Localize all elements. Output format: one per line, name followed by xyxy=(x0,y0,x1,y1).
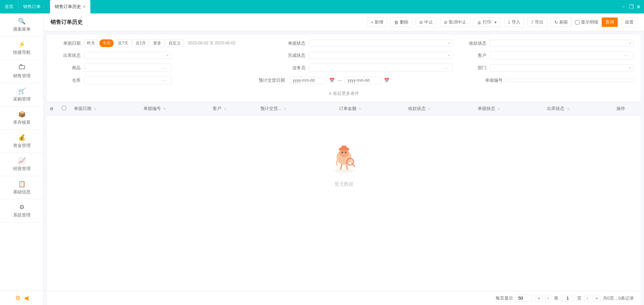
delivery-date-from[interactable] xyxy=(290,77,327,84)
customer-dots[interactable]: ··· xyxy=(622,53,631,58)
complete-status-label: 完成状态 xyxy=(278,52,309,59)
date-filter-value: 昨天 今天 近7天 近1月 更多 自定义 2023-06-02 至 2023-0… xyxy=(84,39,272,47)
collapse-bar[interactable]: ∧ 收起更多条件 xyxy=(54,88,634,97)
delete-button[interactable]: 🗑 删除 xyxy=(390,17,412,27)
query-button[interactable]: 查询 xyxy=(602,17,618,27)
sidebar-item-operations[interactable]: 📈 经营管理 xyxy=(0,153,43,176)
page-size-select[interactable]: 10 20 50 100 xyxy=(516,295,532,302)
table-container: ⚙ 单据日期 ⇅ 单据编号 ⇅ xyxy=(47,102,641,291)
date-btn-custom[interactable]: 自定义 xyxy=(166,39,184,47)
out-status-select[interactable]: ▾ xyxy=(84,52,171,59)
sidebar-item-basic-info[interactable]: 📋 基础信息 xyxy=(0,176,43,199)
export-button[interactable]: ⤴ 导出 xyxy=(527,17,547,27)
display-cols-toggle[interactable]: 显示明细 xyxy=(575,19,598,25)
display-cols-checkbox[interactable] xyxy=(575,20,579,25)
payment-status-arrow-icon: ▾ xyxy=(629,41,631,45)
complete-status-select[interactable]: ▾ xyxy=(309,52,453,59)
page-last-button[interactable]: » xyxy=(593,295,600,302)
import-button[interactable]: ⤵ 导入 xyxy=(504,17,524,27)
suspend-icon: ⊘ xyxy=(419,20,423,25)
th-check[interactable] xyxy=(59,102,71,115)
payment-status-select[interactable]: ▾ xyxy=(490,40,634,47)
sidebar-item-quick-nav[interactable]: ⚡ 快捷导航 xyxy=(0,37,43,60)
cancel-suspend-button[interactable]: ⊘ 取消中止 xyxy=(440,17,470,27)
suspend-button[interactable]: ⊘ 中止 xyxy=(416,17,437,27)
page-number-input[interactable] xyxy=(561,295,574,302)
refresh-label: 刷新 xyxy=(559,19,568,25)
th-out-status[interactable]: 出库状态 ⇅ xyxy=(544,102,614,115)
tab-sales-order-history-close[interactable]: × xyxy=(83,4,85,9)
delivery-date-to[interactable] xyxy=(344,77,381,84)
print-icon: 🖨 xyxy=(477,20,481,25)
tab-sales-order-history[interactable]: 销售订单历史 × xyxy=(50,0,90,13)
page-first-button[interactable]: « xyxy=(535,295,542,302)
date-btn-yesterday[interactable]: 昨天 xyxy=(84,39,98,47)
pagination-bar: 每页显示 10 20 50 100 « ‹ 第 页 › » 共0页，0条记录 xyxy=(47,291,641,305)
date-btn-7days[interactable]: 近7天 xyxy=(115,39,131,47)
print-arrow-icon: ▼ xyxy=(494,21,497,24)
svg-rect-5 xyxy=(341,146,347,150)
delivery-date-from-cal-icon[interactable]: 📅 xyxy=(329,78,335,83)
sort-out-icon: ⇅ xyxy=(567,107,569,111)
sidebar-item-search-menu[interactable]: 🔍 搜索菜单 xyxy=(0,13,43,37)
refresh-icon: ↻ xyxy=(554,20,558,25)
print-button[interactable]: 🖨 打印 ▼ xyxy=(473,17,501,27)
select-all-checkbox[interactable] xyxy=(62,106,66,110)
th-gear[interactable]: ⚙ xyxy=(47,102,59,115)
tab-sales-order[interactable]: 销售订单 × xyxy=(18,0,50,13)
th-delivery[interactable]: 预计交货... ⇅ xyxy=(258,102,336,115)
page-next-button[interactable]: › xyxy=(584,295,590,302)
sidebar-item-operations-label: 经营管理 xyxy=(13,166,31,172)
th-payment-status[interactable]: 收款状态 ⇅ xyxy=(405,102,475,115)
sidebar-item-inventory[interactable]: 📦 库存核算 xyxy=(0,107,43,130)
th-amount[interactable]: 订单金额 ⇅ xyxy=(336,102,406,115)
page-label-prefix: 第 xyxy=(554,295,558,301)
window-restore-icon[interactable]: ❐ xyxy=(629,4,634,10)
empty-state: 暂无数据 xyxy=(47,115,641,214)
sort-no-icon: ⇅ xyxy=(163,107,166,111)
date-btn-today[interactable]: 今天 xyxy=(99,39,114,47)
salesperson-dots[interactable]: ··· xyxy=(441,65,450,70)
th-no[interactable]: 单据编号 ⇅ xyxy=(141,102,210,115)
refresh-button[interactable]: ↻ 刷新 xyxy=(551,17,572,27)
sidebar-item-purchase-mgmt[interactable]: 🛒 采购管理 xyxy=(0,83,43,107)
settings-button[interactable]: 设置 xyxy=(621,17,637,27)
window-minimize-icon[interactable]: － xyxy=(621,3,626,10)
department-select[interactable]: ▾ xyxy=(490,64,634,71)
purchase-mgmt-icon: 🛒 xyxy=(18,87,26,95)
bill-no-label: 单据编号 xyxy=(476,77,506,83)
bill-status-label: 单据状态 xyxy=(278,40,309,46)
collapse-icon: ∧ xyxy=(329,91,332,96)
svg-line-11 xyxy=(346,165,347,169)
date-btn-more[interactable]: 更多 xyxy=(150,39,164,47)
tab-sales-order-close[interactable]: × xyxy=(43,4,45,9)
sidebar-item-finance-label: 资金管理 xyxy=(13,143,31,149)
import-icon: ⤵ xyxy=(508,20,510,25)
gear-icon[interactable]: ⚙ xyxy=(50,106,54,111)
sidebar-settings-icon[interactable]: ⚙ xyxy=(15,294,20,302)
warehouse-dots[interactable]: ··· xyxy=(160,78,168,83)
sidebar-collapse-icon[interactable]: ◀ xyxy=(24,294,29,302)
bill-status-select[interactable]: ▾ xyxy=(309,40,453,47)
sidebar-item-system-mgmt[interactable]: ⚙ 系统管理 xyxy=(0,199,43,223)
warehouse-input-area: ··· xyxy=(84,76,171,84)
th-bill-status[interactable]: 单据状态 ⇅ xyxy=(475,102,545,115)
sidebar-item-finance[interactable]: 💰 资金管理 xyxy=(0,130,43,153)
window-close-icon[interactable]: ✕ xyxy=(636,4,641,10)
sidebar-item-sales-mgmt[interactable]: 销售管理 xyxy=(0,60,43,83)
page-prev-button[interactable]: ‹ xyxy=(545,295,551,302)
inventory-icon: 📦 xyxy=(18,111,26,118)
filter-panel: 单据日期 昨天 今天 近7天 近1月 更多 自定义 2023-06-02 至 2… xyxy=(47,35,641,102)
new-button[interactable]: + 新增 xyxy=(367,17,387,27)
delivery-date-to-cal-icon[interactable]: 📅 xyxy=(384,78,389,83)
th-date[interactable]: 单据日期 ⇅ xyxy=(71,102,141,115)
customer-label: 客户 xyxy=(460,52,490,59)
tab-home[interactable]: 首页 xyxy=(0,0,18,13)
date-btn-1month[interactable]: 近1月 xyxy=(133,39,149,47)
th-customer[interactable]: 客户 ⇅ xyxy=(210,102,258,115)
goods-dots[interactable]: ··· xyxy=(160,65,168,70)
tab-sales-order-label: 销售订单 xyxy=(23,4,41,10)
page-header: 销售订单历史 + 新增 🗑 删除 ⊘ 中止 ⊘ 取消中止 🖨 打印 ▼ xyxy=(44,13,644,31)
data-table: ⚙ 单据日期 ⇅ 单据编号 ⇅ xyxy=(47,102,641,214)
bill-no-input[interactable] xyxy=(506,79,634,82)
